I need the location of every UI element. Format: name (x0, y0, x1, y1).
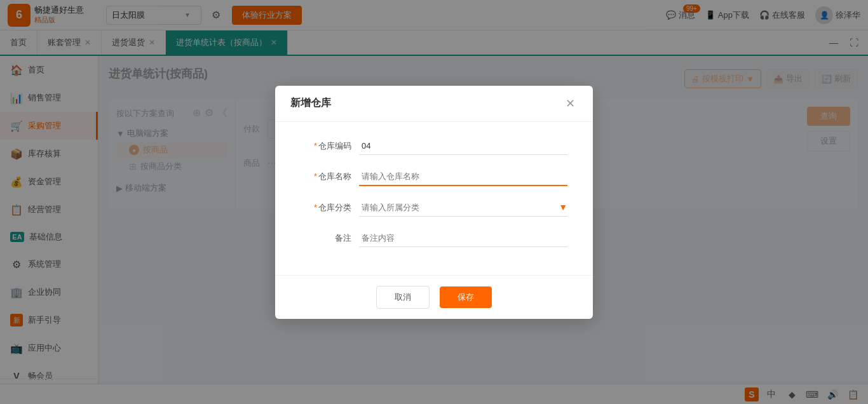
modal-header: 新增仓库 ✕ (275, 86, 593, 122)
modal-close-button[interactable]: ✕ (562, 96, 578, 111)
name-input[interactable] (359, 168, 567, 186)
form-row-code: 仓库编码 (301, 137, 567, 155)
category-label: 仓库分类 (301, 202, 351, 213)
note-label: 备注 (301, 232, 351, 244)
modal-title: 新增仓库 (290, 97, 331, 110)
category-select-wrap: ▼ (359, 199, 567, 217)
name-label: 仓库名称 (301, 171, 351, 182)
save-button[interactable]: 保存 (440, 286, 492, 308)
modal-footer: 取消 保存 (275, 275, 593, 319)
note-input[interactable] (359, 229, 567, 247)
category-input[interactable] (359, 199, 559, 216)
cancel-button[interactable]: 取消 (376, 286, 430, 309)
new-warehouse-modal: 新增仓库 ✕ 仓库编码 仓库名称 仓库分类 ▼ 备注 (275, 86, 593, 319)
form-row-name: 仓库名称 (301, 168, 567, 186)
category-dropdown-icon[interactable]: ▼ (559, 202, 567, 212)
modal-body: 仓库编码 仓库名称 仓库分类 ▼ 备注 (275, 122, 593, 275)
form-row-category: 仓库分类 ▼ (301, 199, 567, 217)
form-row-note: 备注 (301, 229, 567, 247)
code-label: 仓库编码 (301, 140, 351, 152)
code-input[interactable] (359, 137, 567, 155)
modal-overlay: 新增仓库 ✕ 仓库编码 仓库名称 仓库分类 ▼ 备注 (0, 0, 868, 404)
